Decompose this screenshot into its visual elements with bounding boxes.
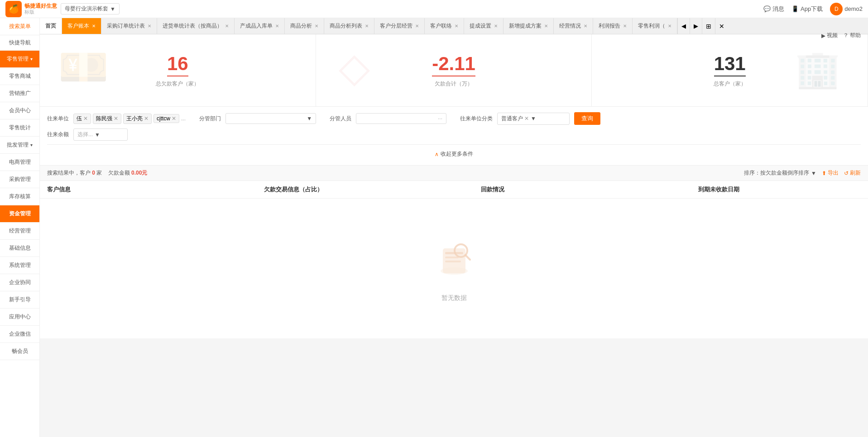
tab-close-retail-profit[interactable]: ✕ xyxy=(668,24,671,28)
tab-purchase-stats[interactable]: 采购订单统计表 ✕ xyxy=(101,18,157,34)
tab-close-product-analysis[interactable]: ✕ xyxy=(315,24,318,28)
tab-close-profit-report[interactable]: ✕ xyxy=(623,24,627,28)
balance-select[interactable]: 选择... ▼ xyxy=(73,128,128,141)
user-menu[interactable]: D demo2 xyxy=(830,3,863,15)
remove-tag-wu[interactable]: ✕ xyxy=(83,115,88,122)
remove-tag-chen[interactable]: ✕ xyxy=(114,115,118,122)
tab-product-inbound[interactable]: 产成品入库单 ✕ xyxy=(235,18,285,34)
top-bar-left: 🍊 畅捷通好生意 标版 母婴行业演示帐套 ▼ xyxy=(5,1,120,17)
balance-label: 往来余额 xyxy=(47,131,69,138)
export-btn[interactable]: ⬆ 导出 xyxy=(822,169,839,177)
tab-close-product-inbound[interactable]: ✕ xyxy=(275,24,279,28)
sidebar: 搜索菜单 快捷导航 零售管理 ▾ 零售商城 营销推广 会员中心 零售统计 批发管… xyxy=(0,18,40,437)
help-btn[interactable]: ？ 帮助 xyxy=(843,34,861,39)
sidebar-item-wecom[interactable]: 企业微信 xyxy=(0,326,39,343)
remove-tag-normal[interactable]: ✕ xyxy=(524,115,529,122)
sidebar-item-retail-stats[interactable]: 零售统计 xyxy=(0,119,39,137)
remove-tag-wang[interactable]: ✕ xyxy=(144,115,149,122)
results-count: 搜索结果中，客户 0 家 欠款金额 0.00元 xyxy=(47,169,147,177)
sidebar-item-enterprise[interactable]: 企业协同 xyxy=(0,274,39,291)
tab-retail-profit[interactable]: 零售利润（ ✕ xyxy=(633,18,677,34)
sidebar-item-marketing[interactable]: 营销推广 xyxy=(0,85,39,102)
sidebar-item-retail-shop[interactable]: 零售商城 xyxy=(0,68,39,85)
avatar: D xyxy=(830,3,843,15)
tab-ops-situation[interactable]: 经营情况 ✕ xyxy=(554,18,593,34)
stat-bg-icon-2: ◇ xyxy=(339,43,370,91)
tab-close-customer-contact[interactable]: ✕ xyxy=(455,24,458,28)
sidebar-quick-nav[interactable]: 快捷导航 xyxy=(0,35,39,51)
stat-value-clients: 131 xyxy=(714,53,746,76)
filter-row-2: 往来余额 选择... ▼ xyxy=(47,128,861,141)
tab-product-analysis[interactable]: 商品分析 ✕ xyxy=(285,18,324,34)
sidebar-item-vip[interactable]: 畅会员 xyxy=(0,343,39,360)
sidebar-item-app-center[interactable]: 应用中心 xyxy=(0,309,39,326)
dept-select[interactable]: ▼ xyxy=(225,113,316,124)
sidebar-search[interactable]: 搜索菜单 xyxy=(0,18,39,35)
sort-select[interactable]: 排序：按欠款金额倒序排序 ▼ xyxy=(744,169,816,177)
tab-close-commission-settings[interactable]: ✕ xyxy=(494,24,498,28)
stat-label-clients: 总客户（家） xyxy=(714,80,746,88)
logo-sub: 标版 xyxy=(24,9,57,15)
stat-total-customers: 💴 16 总欠款客户（家） xyxy=(40,34,316,106)
tab-product-analysis-list[interactable]: 商品分析列表 ✕ xyxy=(324,18,374,34)
filter-tag-cjttcw: cjttcw ✕ xyxy=(153,114,179,123)
sidebar-item-system[interactable]: 系统管理 xyxy=(0,257,39,274)
empty-icon xyxy=(432,235,477,289)
tab-stock-stats[interactable]: 进货单统计表（按商品） ✕ xyxy=(157,18,235,34)
sidebar-item-ops[interactable]: 经营管理 xyxy=(0,223,39,240)
tab-customer-book[interactable]: 客户账本 ✕ xyxy=(62,18,101,34)
tab-close-ops-situation[interactable]: ✕ xyxy=(584,24,587,28)
sidebar-item-wholesale[interactable]: 批发管理 ▾ xyxy=(0,137,39,154)
unit-type-label: 往来单位分类 xyxy=(460,115,493,123)
sidebar-item-member[interactable]: 会员中心 xyxy=(0,102,39,119)
tab-new-commission[interactable]: 新增提成方案 ✕ xyxy=(504,18,554,34)
top-bar-right: 💬 消息 📱 App下载 D demo2 xyxy=(763,3,863,15)
collapse-btn[interactable]: ∧ 收起更多条件 xyxy=(47,148,861,160)
video-btn[interactable]: ▶ 视频 xyxy=(821,34,838,39)
refresh-btn[interactable]: ↺ 刷新 xyxy=(844,169,861,177)
tab-profit-report[interactable]: 利润报告 ✕ xyxy=(593,18,633,34)
tab-close-new-commission[interactable]: ✕ xyxy=(544,24,548,28)
tab-close-customer-tier[interactable]: ✕ xyxy=(415,24,419,28)
svg-rect-4 xyxy=(445,261,461,262)
person-label: 分管人员 xyxy=(330,115,351,123)
tab-nav-expand[interactable]: ⊞ xyxy=(702,18,715,34)
stat-bg-icon-3: 🏢 xyxy=(795,48,840,90)
app-download-btn[interactable]: 📱 App下载 xyxy=(791,5,823,13)
tab-close-product-analysis-list[interactable]: ✕ xyxy=(365,24,369,28)
sidebar-item-inventory[interactable]: 库存核算 xyxy=(0,188,39,205)
tab-nav-close-all[interactable]: ✕ xyxy=(715,18,728,34)
tab-customer-contact[interactable]: 客户联络 ✕ xyxy=(425,18,464,34)
query-button[interactable]: 查询 xyxy=(574,112,600,125)
tab-nav-left[interactable]: ◀ xyxy=(677,18,690,34)
sidebar-item-retail-mgmt[interactable]: 零售管理 ▾ xyxy=(0,51,39,68)
tab-customer-tier[interactable]: 客户分层经营 ✕ xyxy=(374,18,425,34)
account-dropdown[interactable]: 母婴行业演示帐套 ▼ xyxy=(61,3,120,14)
stat-value-customers: 16 xyxy=(167,53,188,76)
stat-bg-icon-1: 💴 xyxy=(58,43,109,91)
tab-close-stock-stats[interactable]: ✕ xyxy=(225,24,229,28)
logo-name: 畅捷通好生意 xyxy=(24,3,57,9)
more-tags-btn[interactable]: ... xyxy=(181,115,186,122)
tab-close-customer-book[interactable]: ✕ xyxy=(92,24,96,28)
tab-commission-settings[interactable]: 提成设置 ✕ xyxy=(464,18,504,34)
sidebar-item-ecommerce[interactable]: 电商管理 xyxy=(0,154,39,171)
tab-nav-right[interactable]: ▶ xyxy=(690,18,702,34)
unit-type-select[interactable]: 普通客户 ✕ ▼ xyxy=(497,113,570,125)
unit-tags: 伍 ✕ 陈民强 ✕ 王小亮 ✕ cjttcw ✕ xyxy=(73,114,186,124)
table-area: 客户信息 欠款交易信息（占比） 回款情况 到期未收款日期 xyxy=(40,181,868,338)
messages-btn[interactable]: 💬 消息 xyxy=(763,5,784,13)
empty-text: 暂无数据 xyxy=(441,294,467,302)
filter-tag-normal-customer: 普通客户 ✕ xyxy=(501,115,529,123)
tab-close-purchase-stats[interactable]: ✕ xyxy=(148,24,151,28)
sidebar-item-finance[interactable]: 资金管理 xyxy=(0,205,39,223)
sidebar-item-base[interactable]: 基础信息 xyxy=(0,240,39,257)
person-input[interactable]: ··· xyxy=(356,113,446,124)
stat-label-customers: 总欠款客户（家） xyxy=(156,80,199,88)
sidebar-item-newbie[interactable]: 新手引导 xyxy=(0,291,39,309)
sidebar-item-purchase[interactable]: 采购管理 xyxy=(0,171,39,188)
remove-tag-cjttcw[interactable]: ✕ xyxy=(172,115,176,122)
stat-value-debt: -2.11 xyxy=(432,53,475,76)
tab-home[interactable]: 首页 xyxy=(40,18,62,34)
filter-tag-wu: 伍 ✕ xyxy=(73,114,91,124)
